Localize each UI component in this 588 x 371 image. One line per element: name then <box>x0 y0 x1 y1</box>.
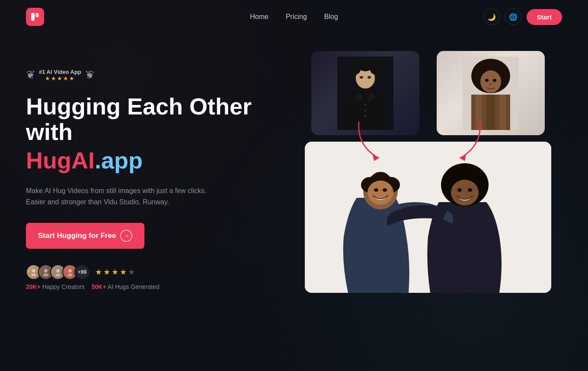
moon-icon: 🌙 <box>487 13 496 21</box>
stats-row: 20K+ Happy Creators 50K+ AI Hugs Generat… <box>26 283 277 290</box>
brand-name-part2: .app <box>95 147 143 173</box>
hero-right <box>294 51 562 310</box>
hero-left: ❦ #1 AI Video App ★★★★★ ❦ Hugging Each O… <box>26 51 277 290</box>
star-5: ★ <box>128 267 135 277</box>
svg-point-43 <box>457 188 462 192</box>
award-title: #1 AI Video App <box>39 69 81 75</box>
dark-mode-toggle[interactable]: 🌙 <box>483 9 500 25</box>
hero-heading-line1: Hugging Each Other with <box>26 94 277 145</box>
svg-point-7 <box>55 273 61 276</box>
star-4: ★ <box>120 267 127 277</box>
avatars-row: +99 ★ ★ ★ ★ ★ <box>26 264 277 280</box>
svg-point-15 <box>370 64 382 75</box>
star-2: ★ <box>103 267 110 277</box>
svg-point-3 <box>31 273 36 276</box>
svg-point-26 <box>489 83 492 86</box>
stars-row: ★ ★ ★ ★ ★ <box>95 267 135 277</box>
result-image <box>305 142 551 293</box>
stat-creators: 20K+ Happy Creators <box>26 283 85 290</box>
source-image-2-placeholder <box>437 51 545 135</box>
svg-point-16 <box>360 76 363 79</box>
svg-rect-1 <box>35 13 39 17</box>
navbar: Home Pricing Blog 🌙 🌐 Start <box>0 0 588 34</box>
avatar-list: +99 <box>26 264 90 280</box>
laurel-left-icon: ❦ <box>26 68 35 82</box>
svg-point-24 <box>485 79 489 82</box>
laurel-right-icon: ❦ <box>85 68 94 82</box>
svg-point-17 <box>368 76 371 79</box>
stat-creators-count: 20K+ <box>26 283 41 290</box>
social-proof: +99 ★ ★ ★ ★ ★ 20K+ Happy Creators 50K+ A <box>26 264 277 290</box>
stat-creators-label: Happy Creators <box>42 283 85 290</box>
svg-point-9 <box>67 273 73 276</box>
svg-point-38 <box>368 181 393 205</box>
nav-home[interactable]: Home <box>250 13 268 21</box>
logo-icon <box>26 8 44 26</box>
nav-pricing[interactable]: Pricing <box>286 13 307 21</box>
svg-point-40 <box>383 188 387 192</box>
svg-point-39 <box>374 188 378 192</box>
svg-point-6 <box>56 269 60 273</box>
svg-rect-0 <box>31 13 35 21</box>
avatar-count: +99 <box>74 264 90 280</box>
stat-hugs-count: 50K+ <box>92 283 106 290</box>
stat-hugs: 50K+ AI Hugs Generated <box>92 283 160 290</box>
source-image-1 <box>311 51 419 135</box>
nav-right: 🌙 🌐 Start <box>483 9 562 25</box>
nav-blog[interactable]: Blog <box>324 13 338 21</box>
result-image-placeholder <box>305 142 551 293</box>
svg-point-19 <box>364 110 366 111</box>
award-stars: ★★★★★ <box>45 75 75 82</box>
svg-rect-29 <box>486 95 495 130</box>
cta-button[interactable]: Start Hugging for Free → <box>26 223 144 249</box>
start-button[interactable]: Start <box>527 9 562 25</box>
source-image-2 <box>437 51 545 135</box>
star-3: ★ <box>112 267 118 277</box>
svg-point-44 <box>468 188 472 192</box>
cta-arrow-icon: → <box>120 230 132 242</box>
stat-hugs-label: AI Hugs Generated <box>108 283 160 290</box>
svg-point-20 <box>364 115 366 117</box>
source-image-1-placeholder <box>311 51 419 135</box>
svg-point-25 <box>493 79 496 82</box>
globe-icon: 🌐 <box>509 13 518 21</box>
language-toggle[interactable]: 🌐 <box>505 9 521 25</box>
svg-point-2 <box>32 269 35 273</box>
brand-name-part1: HugAI <box>26 147 95 173</box>
svg-point-23 <box>480 70 501 93</box>
star-1: ★ <box>95 267 102 277</box>
nav-links: Home Pricing Blog <box>250 13 338 21</box>
svg-rect-30 <box>499 95 506 130</box>
award-badge: ❦ #1 AI Video App ★★★★★ ❦ <box>26 68 277 82</box>
hero-section: ❦ #1 AI Video App ★★★★★ ❦ Hugging Each O… <box>0 34 588 362</box>
hero-description: Make AI Hug Videos from still images wit… <box>26 185 225 207</box>
hero-heading-line2: HugAI.app <box>26 148 277 173</box>
cta-label: Start Hugging for Free <box>38 231 116 240</box>
logo[interactable] <box>26 8 44 26</box>
svg-point-18 <box>364 104 366 106</box>
svg-point-8 <box>68 269 72 273</box>
svg-rect-28 <box>476 95 482 130</box>
svg-point-4 <box>44 269 48 273</box>
svg-point-42 <box>451 180 479 206</box>
svg-point-5 <box>43 273 48 276</box>
